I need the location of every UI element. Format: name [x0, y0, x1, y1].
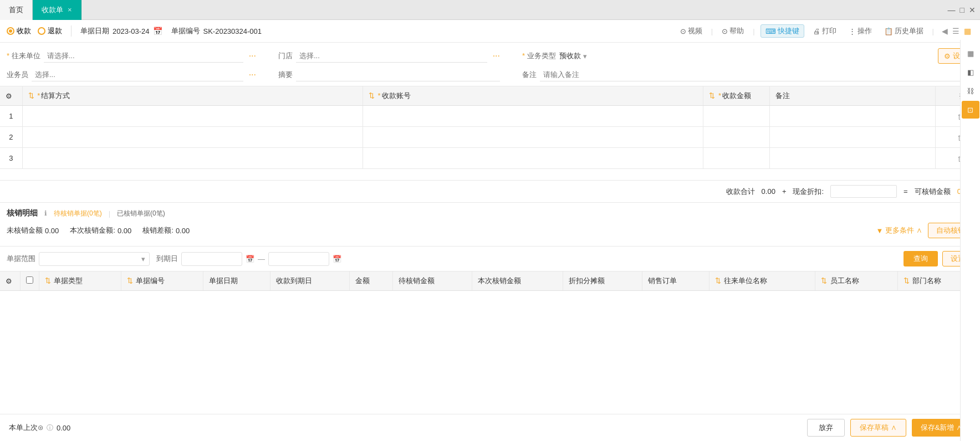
cell-note-3[interactable] [770, 148, 936, 169]
tab-receipt[interactable]: 收款单 × [33, 0, 81, 20]
calendar-to-icon[interactable]: 📅 [333, 255, 341, 263]
bth-amount: 金额 [349, 271, 392, 291]
stat-current: 本次核销金额: 0.00 [70, 225, 131, 235]
tab-bar: 首页 收款单 × — □ ✕ [0, 0, 980, 20]
verify-info-icon[interactable]: ℹ [44, 209, 47, 217]
shortcut-btn[interactable]: ⌨ 快捷键 [760, 24, 804, 38]
th-account: ⇅ 收款账号 [363, 86, 703, 106]
footer-stat-value: 0.00 [57, 424, 70, 432]
divider2: | [711, 27, 713, 35]
cell-account-1[interactable] [363, 106, 703, 127]
minimize-icon[interactable]: — [948, 6, 956, 14]
due-date-field: 到期日 2022-04-01 📅 — 2022-04-12 📅 [156, 252, 341, 266]
store-input[interactable] [296, 49, 487, 63]
th-amount-label: 收款金额 [718, 91, 751, 100]
action-btn[interactable]: ⋮ 操作 [845, 25, 875, 37]
tab-done[interactable]: 已核销单据(0笔) [117, 209, 165, 218]
sidebar-link-icon[interactable]: ⛓ [962, 82, 979, 100]
expand-icon: ⊡ [967, 106, 973, 114]
range-select[interactable]: 全部 本月 本年 [39, 252, 150, 266]
help-icon: ⊙ [722, 27, 728, 35]
th-settings[interactable]: ⚙ [0, 86, 22, 106]
verify-stats-row: 未核销金额 0.00 本次核销金额: 0.00 核销差额: 0.00 ▼ 更多条… [7, 223, 973, 238]
divider3: | [753, 27, 754, 35]
more-filter-btn[interactable]: ▼ 更多条件 ∧ [876, 225, 923, 235]
discard-btn[interactable]: 放弃 [807, 419, 845, 437]
cell-amount-1[interactable] [703, 106, 770, 127]
maximize-icon[interactable]: □ [960, 6, 964, 14]
radio-shoukuan[interactable]: 收款 [7, 26, 31, 36]
print-btn[interactable]: 🖨 打印 [810, 25, 840, 37]
partner-field: 往来单位 ··· [7, 49, 256, 63]
tab-divider: | [109, 209, 110, 218]
date-label: 单据日期 [80, 26, 109, 36]
sidebar-table-icon[interactable]: ▦ [962, 44, 979, 62]
partner-input[interactable] [44, 49, 243, 63]
cell-settlement-1[interactable] [22, 106, 363, 127]
calendar-from-icon[interactable]: 📅 [246, 255, 254, 263]
select-all-checkbox[interactable] [26, 276, 33, 284]
bth-sales-order-label: 销售订单 [648, 276, 677, 285]
radio-tuikuan[interactable]: 退款 [38, 26, 62, 36]
search-btn[interactable]: 查询 [904, 251, 938, 266]
summary-input[interactable] [296, 68, 500, 81]
bth-discount: 折扣分摊额 [563, 271, 642, 291]
bottom-table: ⚙ ⇅ 单据类型 ⇅ 单据编号 单据日期 [0, 271, 980, 291]
layout-list-icon[interactable]: ☰ [950, 25, 962, 37]
row-num-1: 1 [0, 106, 22, 127]
date-dash: — [258, 255, 265, 263]
history-btn[interactable]: 📋 历史单据 [881, 25, 927, 37]
note-input[interactable] [540, 68, 973, 81]
bth-partner: ⇅ 往来单位名称 [709, 271, 815, 291]
bth-bill-no-label: 单据编号 [136, 276, 165, 285]
staff-more-icon[interactable]: ··· [249, 70, 256, 80]
cell-amount-2[interactable] [703, 127, 770, 148]
due-label: 到期日 [156, 254, 178, 264]
footer-info-icon[interactable]: ⓘ [47, 423, 53, 433]
tab-pending[interactable]: 待核销单据(0笔) [54, 209, 102, 218]
verify-title-text: 核销明细 [7, 208, 38, 218]
date-from-input[interactable]: 2022-04-01 [181, 252, 242, 266]
cell-note-2[interactable] [770, 127, 936, 148]
close-icon[interactable]: ✕ [969, 6, 976, 14]
tab-close-icon[interactable]: × [68, 6, 72, 14]
biz-type-select-wrap[interactable]: 预收款 ▾ [559, 51, 587, 61]
cell-account-3[interactable] [363, 148, 703, 169]
stat-diff-value: 0.00 [176, 227, 190, 235]
radio-group: 收款 退款 [7, 26, 62, 36]
cell-amount-3[interactable] [703, 148, 770, 169]
help-label: 帮助 [729, 26, 744, 36]
bth-staff-label: 员工名称 [830, 276, 859, 285]
cell-note-1[interactable] [770, 106, 936, 127]
partner-label: 往来单位 [7, 51, 40, 61]
cell-settlement-2[interactable] [22, 127, 363, 148]
calendar-icon[interactable]: 📅 [153, 27, 162, 35]
bth-checkbox[interactable] [20, 271, 39, 291]
bth-settings[interactable]: ⚙ [0, 271, 20, 291]
toolbar-right: ⊙ 视频 | ⊙ 帮助 | ⌨ 快捷键 🖨 打印 ⋮ 操作 📋 [677, 24, 973, 38]
video-btn[interactable]: ⊙ 视频 [677, 25, 706, 37]
store-more-icon[interactable]: ··· [493, 51, 500, 61]
cell-account-2[interactable] [363, 127, 703, 148]
sidebar-layout-icon[interactable]: ◧ [962, 63, 979, 81]
form-row-1: 往来单位 ··· 门店 ··· 业务类型 预收款 ▾ ⚙ [7, 48, 973, 64]
tab-home-label: 首页 [9, 5, 23, 15]
discount-input[interactable] [830, 185, 897, 198]
sidebar-expand-icon[interactable]: ⊡ [962, 101, 979, 119]
draft-btn[interactable]: 保存草稿 ∧ [850, 419, 906, 437]
table-header-row: ⚙ ⇅ 结算方式 ⇅ 收款账号 ⇅ 收款金额 备注 [0, 86, 980, 106]
tab-home[interactable]: 首页 [0, 0, 33, 20]
date-to-input[interactable]: 2022-04-12 [268, 252, 329, 266]
layout-grid-icon[interactable]: ▦ [962, 25, 973, 37]
help-btn[interactable]: ⊙ 帮助 [718, 25, 747, 37]
bottom-table-header: ⚙ ⇅ 单据类型 ⇅ 单据编号 单据日期 [0, 271, 980, 291]
stat-unverified-value: 0.00 [45, 227, 59, 235]
staff-input[interactable] [32, 68, 243, 81]
cell-settlement-3[interactable] [22, 148, 363, 169]
partner-more-icon[interactable]: ··· [249, 51, 256, 61]
stat-current-label: 本次核销金额: [70, 225, 115, 235]
table-row: 1 🗑 ⧉ [0, 106, 980, 127]
bth-receipt-date-label: 收款到期日 [276, 276, 312, 285]
verify-section: 核销明细 ℹ 待核销单据(0笔) | 已核销单据(0笔) 未核销金额 0.00 … [0, 203, 980, 247]
layout-prev-icon[interactable]: ◀ [940, 25, 950, 37]
